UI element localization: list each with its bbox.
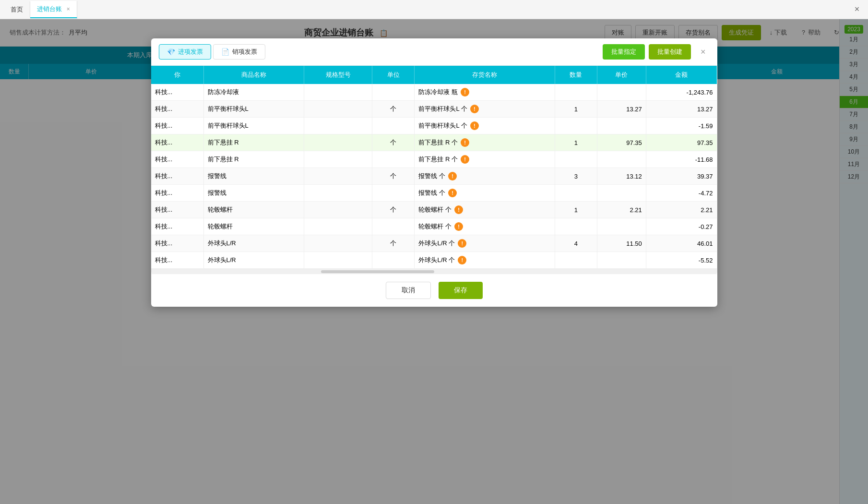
table-row: 科技...前平衡杆球头L前平衡杆球头L 个!-1.59 [151, 118, 717, 134]
nav-tab-ledger[interactable]: 进销台账 × [30, 1, 77, 18]
table-row: 科技...报警线个报警线 个!313.1239.37 [151, 168, 717, 185]
warning-icon: ! [448, 189, 457, 197]
modal-scrollbar[interactable] [151, 269, 717, 274]
tab-outgoing-invoice[interactable]: 📄 销项发票 [213, 44, 265, 60]
inventory-name: 前平衡杆球头L 个 [418, 121, 467, 130]
warning-icon: ! [461, 155, 469, 164]
batch-create-button[interactable]: 批量创建 [649, 44, 691, 60]
th-quantity: 数量 [555, 66, 597, 84]
inventory-name: 前下悬挂 R 个 [418, 138, 458, 147]
window-close-button[interactable]: × [850, 2, 864, 17]
modal-backdrop: 💎 进项发票 📄 销项发票 批量指定 批量创建 × [0, 19, 868, 504]
inventory-name: 防冻冷却液 瓶 [418, 88, 458, 96]
modal-tabs: 💎 进项发票 📄 销项发票 [159, 44, 597, 60]
inventory-name: 报警线 个 [418, 189, 445, 197]
warning-icon: ! [470, 121, 479, 130]
th-unit-price: 单价 [597, 66, 646, 84]
batch-assign-button[interactable]: 批量指定 [603, 44, 645, 60]
inventory-name: 前下悬挂 R 个 [418, 155, 458, 164]
table-row: 科技...前平衡杆球头L个前平衡杆球头L 个!113.2713.27 [151, 101, 717, 118]
inventory-name: 前平衡杆球头L 个 [418, 105, 467, 113]
modal-dialog: 💎 进项发票 📄 销项发票 批量指定 批量创建 × [151, 38, 717, 307]
table-body: 科技...防冻冷却液防冻冷却液 瓶!-1,243.76科技...前平衡杆球头L个… [151, 84, 717, 269]
warning-icon: ! [454, 205, 463, 214]
warning-icon: ! [458, 256, 466, 264]
table-row: 科技...防冻冷却液防冻冷却液 瓶!-1,243.76 [151, 84, 717, 101]
modal-header-actions: 批量指定 批量创建 [603, 44, 691, 60]
modal-table-wrapper[interactable]: 你 商品名称 规格型号 单位 存货名称 数量 单价 金额 科技...防冻冷却液防… [151, 66, 717, 269]
th-company: 你 [151, 66, 204, 84]
th-unit: 单位 [372, 66, 415, 84]
table-row: 科技...外球头L/R个外球头L/R 个!411.5046.01 [151, 235, 717, 252]
table-row: 科技...轮毂螺杆个轮毂螺杆 个!12.212.21 [151, 202, 717, 218]
th-product-name: 商品名称 [203, 66, 304, 84]
table-row: 科技...轮毂螺杆轮毂螺杆 个!-0.27 [151, 218, 717, 235]
outgoing-invoice-label: 销项发票 [232, 48, 257, 56]
table-row: 科技...前下悬挂 R前下悬挂 R 个!-11.68 [151, 151, 717, 168]
warning-icon: ! [461, 138, 469, 147]
invoice-table: 你 商品名称 规格型号 单位 存货名称 数量 单价 金额 科技...防冻冷却液防… [151, 66, 717, 269]
table-header-row: 你 商品名称 规格型号 单位 存货名称 数量 单价 金额 [151, 66, 717, 84]
incoming-invoice-icon: 💎 [167, 48, 175, 56]
main-area: 销售成本计算方法： 月平均 商贸企业进销台账 📋 对账 重新开账 存货别名 生成… [0, 19, 868, 504]
inventory-name: 报警线 个 [418, 172, 445, 180]
top-nav: 首页 进销台账 × × [0, 0, 868, 19]
table-row: 科技...前下悬挂 R个前下悬挂 R 个!197.3597.35 [151, 134, 717, 151]
warning-icon: ! [454, 222, 463, 231]
warning-icon: ! [461, 88, 469, 96]
modal-scrollbar-thumb [321, 270, 434, 273]
inventory-name: 轮毂螺杆 个 [418, 222, 452, 231]
th-amount: 金额 [646, 66, 717, 84]
nav-home-label: 首页 [11, 6, 23, 13]
nav-ledger-label: 进销台账 [37, 5, 62, 12]
warning-icon: ! [470, 105, 479, 113]
nav-tab-close-icon[interactable]: × [67, 6, 70, 12]
tab-incoming-invoice[interactable]: 💎 进项发票 [159, 44, 211, 60]
inventory-name: 外球头L/R 个 [418, 256, 455, 264]
nav-tab-home[interactable]: 首页 [4, 1, 30, 18]
table-row: 科技...外球头L/R外球头L/R 个!-5.52 [151, 252, 717, 269]
th-spec: 规格型号 [304, 66, 372, 84]
table-row: 科技...报警线报警线 个!-4.72 [151, 185, 717, 202]
inventory-name: 外球头L/R 个 [418, 239, 455, 248]
modal-close-button[interactable]: × [697, 45, 710, 59]
cancel-button[interactable]: 取消 [386, 282, 431, 299]
inventory-name: 轮毂螺杆 个 [418, 205, 452, 214]
warning-icon: ! [458, 239, 466, 248]
modal-footer: 取消 保存 [151, 274, 717, 307]
th-inventory-name: 存货名称 [415, 66, 555, 84]
save-button[interactable]: 保存 [439, 282, 483, 299]
outgoing-invoice-icon: 📄 [221, 48, 229, 56]
incoming-invoice-label: 进项发票 [178, 48, 203, 56]
modal-header: 💎 进项发票 📄 销项发票 批量指定 批量创建 × [151, 38, 717, 66]
window-close-icon: × [855, 4, 860, 14]
warning-icon: ! [448, 172, 457, 180]
